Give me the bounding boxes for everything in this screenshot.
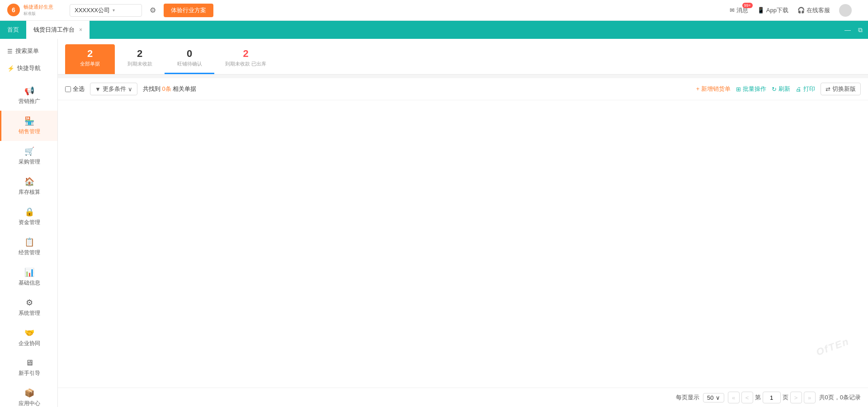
download-icon: 📱 <box>757 7 764 14</box>
sidebar-quick-nav[interactable]: ⚡ 快捷导航 <box>0 60 57 77</box>
pagination-bar: 每页显示 50 ∨ « < 第 页 > » 共0页，0条记录 <box>58 388 868 407</box>
sidebar-search[interactable]: ☰ 搜索菜单 <box>0 42 57 60</box>
stat-number-pending: 0 <box>187 48 192 60</box>
system-icon: ⚙ <box>26 298 33 308</box>
refresh-icon: ↻ <box>772 86 777 93</box>
message-button[interactable]: ✉ 消息 99+ <box>730 6 748 14</box>
enterprise-icon: 🤝 <box>24 328 34 338</box>
sidebar-item-label: 应用中心 <box>19 400 40 407</box>
settings-button[interactable]: ⚙ <box>146 3 160 18</box>
sidebar-item-marketing[interactable]: 📢 营销推广 <box>0 80 57 111</box>
tab-close-icon[interactable]: × <box>79 27 82 33</box>
select-all-label: 全选 <box>73 85 85 93</box>
company-name: XXXXXX公司 <box>75 6 110 14</box>
switch-label: 切换新版 <box>832 85 856 93</box>
purchase-icon: 🛒 <box>24 146 34 156</box>
stat-label-overdue: 到期未收款 <box>127 61 152 67</box>
quick-nav-icon: ⚡ <box>7 65 14 72</box>
sidebar-item-inventory[interactable]: 🏠 库存核算 <box>0 171 57 201</box>
logo-icon: 6 <box>7 4 20 16</box>
sidebar-item-label: 采购管理 <box>19 158 40 166</box>
table-area <box>58 100 868 388</box>
guide-icon: 🖥 <box>25 358 33 368</box>
sidebar-item-label: 基础信息 <box>19 279 40 287</box>
online-service-button[interactable]: 🎧 在线客服 <box>797 6 830 14</box>
appstore-icon: 📦 <box>24 388 34 398</box>
tab-qianghuo[interactable]: 钱货日清工作台 × <box>26 21 90 39</box>
filter-chevron-icon: ∨ <box>128 86 132 93</box>
switch-version-button[interactable]: ⇄ 切换新版 <box>821 83 861 95</box>
tab-bar-actions: — ⧉ <box>843 21 868 39</box>
company-selector[interactable]: XXXXXX公司 ▾ <box>70 4 142 17</box>
sidebar-item-guide[interactable]: 🖥 新手引导 <box>0 353 57 383</box>
notification-badge: 99+ <box>742 3 753 8</box>
sidebar-item-label: 销售管理 <box>19 128 40 136</box>
sidebar-item-label: 营销推广 <box>19 98 40 105</box>
avatar[interactable] <box>839 4 852 17</box>
stat-number-all: 2 <box>87 48 93 60</box>
page-label: 第 <box>755 393 761 402</box>
sidebar: ☰ 搜索菜单 ⚡ 快捷导航 📢 营销推广 🏪 销售管理 🛒 采购管理 🏠 库存核… <box>0 39 58 407</box>
checkbox-input[interactable] <box>65 86 71 92</box>
filter-icon: ▼ <box>95 86 101 93</box>
chevron-down-icon: ▾ <box>113 8 115 13</box>
print-button[interactable]: 🖨 打印 <box>796 85 815 93</box>
stat-tab-pending[interactable]: 0 旺铺待确认 <box>165 44 214 74</box>
sidebar-item-label: 库存核算 <box>19 188 40 196</box>
per-page-value: 50 <box>707 394 713 401</box>
add-sale-button[interactable]: + 新增销货单 <box>696 85 731 93</box>
logo-area: 6 畅捷通好生意 标准版 <box>7 4 65 16</box>
stat-tab-overdue[interactable]: 2 到期未收款 <box>115 44 165 74</box>
batch-button[interactable]: ⊞ 批量操作 <box>736 85 766 93</box>
sidebar-item-label: 企业协同 <box>19 340 40 347</box>
refresh-button[interactable]: ↻ 刷新 <box>772 85 790 93</box>
sidebar-item-purchase[interactable]: 🛒 采购管理 <box>0 141 57 171</box>
sidebar-item-base[interactable]: 📊 基础信息 <box>0 262 57 292</box>
print-label: 打印 <box>803 85 815 93</box>
tab-home[interactable]: 首页 <box>0 21 26 39</box>
sidebar-item-label: 新手引导 <box>19 370 40 377</box>
home-label: 首页 <box>7 26 19 34</box>
sidebar-item-system[interactable]: ⚙ 系统管理 <box>0 292 57 323</box>
app-download-button[interactable]: 📱 App下载 <box>757 6 788 14</box>
trial-button[interactable]: 体验行业方案 <box>164 4 213 17</box>
stat-tab-overdue-out[interactable]: 2 到期未收款 已出库 <box>214 44 277 74</box>
marketing-icon: 📢 <box>24 86 34 96</box>
stat-label-all: 全部单据 <box>80 61 100 67</box>
stat-tab-all[interactable]: 2 全部单据 <box>65 44 115 74</box>
found-text: 共找到 0条 相关单据 <box>143 85 196 93</box>
filter-button[interactable]: ▼ 更多条件 ∨ <box>90 83 137 95</box>
tab-qianghuo-label: 钱货日清工作台 <box>33 26 75 34</box>
page-input[interactable] <box>763 392 781 403</box>
found-count: 0条 <box>162 85 171 92</box>
batch-icon: ⊞ <box>736 86 741 93</box>
sidebar-item-operations[interactable]: 📋 经营管理 <box>0 232 57 262</box>
logo-text-area: 畅捷通好生意 标准版 <box>24 4 53 16</box>
stats-bar: 2 全部单据 2 到期未收款 0 旺铺待确认 2 到期未收款 已出库 <box>58 39 868 75</box>
stat-label-pending: 旺铺待确认 <box>177 61 202 67</box>
online-service-label: 在线客服 <box>807 6 830 14</box>
message-icon: ✉ <box>730 7 735 14</box>
per-page-select[interactable]: 50 ∨ <box>703 393 724 402</box>
base-icon: 📊 <box>24 267 34 277</box>
sidebar-item-finance[interactable]: 🔒 资金管理 <box>0 201 57 232</box>
sidebar-item-enterprise[interactable]: 🤝 企业协同 <box>0 323 57 353</box>
service-icon: 🎧 <box>797 7 805 14</box>
next-page-button[interactable]: > <box>790 392 802 403</box>
prev-page-button[interactable]: < <box>741 392 753 403</box>
stat-number-overdue: 2 <box>137 48 142 60</box>
search-icon: ☰ <box>7 48 13 55</box>
sidebar-item-sales[interactable]: 🏪 销售管理 <box>0 111 57 141</box>
sidebar-item-appstore[interactable]: 📦 应用中心 <box>0 383 57 407</box>
last-page-button[interactable]: » <box>804 392 816 403</box>
inventory-icon: 🏠 <box>24 177 34 187</box>
first-page-button[interactable]: « <box>728 392 740 403</box>
select-all-checkbox[interactable]: 全选 <box>65 85 85 93</box>
print-icon: 🖨 <box>796 86 802 93</box>
tab-restore-icon[interactable]: ⧉ <box>856 24 864 36</box>
filter-label: 更多条件 <box>103 85 126 93</box>
per-page-chevron-icon: ∨ <box>716 394 720 401</box>
tab-minimize-icon[interactable]: — <box>843 24 853 35</box>
stat-label-overdue-out: 到期未收款 已出库 <box>225 61 266 67</box>
sidebar-item-label: 经营管理 <box>19 249 40 257</box>
